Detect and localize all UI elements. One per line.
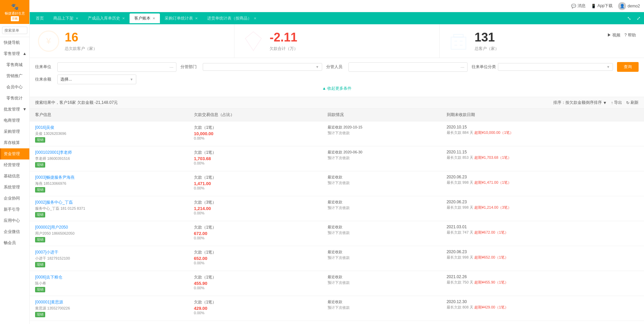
sidebar-item-system[interactable]: 系统管理: [0, 182, 29, 193]
sidebar-item-operations[interactable]: 经营管理: [0, 159, 29, 171]
sidebar-item-finance[interactable]: 资金管理: [0, 148, 29, 159]
refresh-btn[interactable]: ↻ 刷新: [626, 100, 639, 106]
sidebar-item-member[interactable]: 会员中心: [0, 82, 29, 93]
sidebar-item-retail-stats[interactable]: 零售统计: [0, 93, 29, 104]
stat-total-debt-value: -2.11: [270, 30, 431, 45]
sidebar-item-basic-info[interactable]: 基础信息: [0, 171, 29, 182]
sidebar-search-input[interactable]: [2, 27, 27, 34]
refresh-label: 刷新: [631, 100, 639, 106]
table-row: [0007]小进干 小进干 18279152100 现销 欠款（1笔） 652.…: [30, 246, 644, 271]
overdue-link-2[interactable]: 超期¥1,471.00（1笔）: [474, 180, 511, 184]
refresh-icon: ↻: [626, 100, 629, 105]
filter-row-1: 往来单位 ··· 分管部门 ▼ 分管人员 ··· 往来单位分类: [35, 62, 639, 72]
cell-debt-6: 欠款（1笔） 455.90 0.00%: [189, 271, 322, 296]
tab-purchase-goods-stats[interactable]: 进货单统计表（按商品） ✕: [202, 13, 261, 23]
overdue-info-6: 最长欠款 750 天 超期¥455.90（1笔）: [447, 280, 639, 285]
tab-production-history[interactable]: 产成品入库单历史 ✕: [83, 13, 130, 23]
sidebar-item-inventory[interactable]: 库存核算: [0, 137, 29, 148]
search-button[interactable]: 查询: [617, 62, 639, 72]
tab-production-history-close[interactable]: ✕: [122, 17, 125, 20]
tabs-minimize[interactable]: ⤡: [625, 15, 633, 22]
overdue-link-3[interactable]: 超期¥1,214.00（3笔）: [474, 205, 511, 209]
sidebar-item-retail-mgmt[interactable]: 零售管理▲: [0, 48, 29, 59]
overdue-link-5[interactable]: 超期¥652.00（1笔）: [474, 255, 508, 259]
sidebar-item-purchase-mgmt[interactable]: 采购管理: [0, 126, 29, 137]
sort-label[interactable]: 排序：按欠款金额倒序排序 ▼: [553, 100, 607, 106]
app-title: 畅捷通好生意: [1, 11, 28, 16]
debt-amount-5[interactable]: 652.00: [194, 256, 317, 261]
filter-select-balance[interactable]: 选择... ▼: [57, 75, 136, 84]
sidebar-item-quick-nav[interactable]: 快捷导航: [0, 37, 29, 48]
sidebar-item-ecommerce[interactable]: 电商管理: [0, 115, 29, 126]
cell-customer-3: [0002]服务中心_丁磊 服务中心_丁磊 181 0125 8371 现销: [30, 196, 189, 221]
message-btn[interactable]: 💬 消息: [571, 3, 586, 9]
message-label: 消息: [578, 3, 586, 9]
tab-production-history-label: 产成品入库单历史: [88, 16, 120, 21]
user-avatar-area[interactable]: 👤 demo2: [618, 2, 640, 10]
customer-name-link-6[interactable]: [0006]去下粮仓: [35, 275, 62, 279]
sidebar-item-collab[interactable]: 企业协同: [0, 193, 29, 204]
debt-amount-4[interactable]: 672.00: [194, 231, 317, 236]
col-recovery: 回款情况: [322, 109, 441, 121]
debt-amount-6[interactable]: 455.90: [194, 281, 317, 286]
export-btn[interactable]: ↑ 导出: [611, 100, 622, 106]
overdue-link-7[interactable]: 超期¥429.00（1笔）: [474, 305, 508, 309]
stat-debt-customers: ¥ 16 总欠款客户（家）: [30, 24, 234, 58]
cell-recovery-6: 最近收款 预计下次收款: [322, 271, 441, 296]
filter-group-category: 往来单位分类 ▼: [472, 63, 613, 71]
filter-label-category: 往来单位分类: [472, 64, 496, 70]
filter-input-person[interactable]: ···: [348, 62, 468, 72]
recover-next-0: 预计下次收款: [328, 130, 436, 136]
overdue-link-0[interactable]: 超期¥10,000.00（1笔）: [474, 130, 513, 135]
tab-product-listing[interactable]: 商品上下架 ✕: [49, 13, 83, 23]
collapse-btn[interactable]: ▲ 收起更多条件: [35, 84, 639, 93]
filter-input-unit[interactable]: ···: [57, 62, 176, 72]
tabs-maximize[interactable]: ⤢: [635, 15, 643, 22]
tab-customer-ledger[interactable]: 客户账本 ✕: [130, 13, 160, 23]
video-btn[interactable]: ▶ 视频: [607, 32, 620, 38]
sidebar-item-app-center[interactable]: 应用中心: [0, 215, 29, 226]
filter-select-category[interactable]: ▼: [498, 63, 613, 71]
sidebar-item-wholesale-mgmt[interactable]: 批发管理▼: [0, 104, 29, 115]
tab-product-listing-close[interactable]: ✕: [76, 17, 78, 20]
overdue-link-1[interactable]: 超期¥1,703.68（1笔）: [474, 155, 511, 159]
debt-amount-7[interactable]: 429.00: [194, 306, 317, 311]
customer-name-link-4[interactable]: [000002]用户2050: [35, 225, 68, 230]
customer-name-link-2[interactable]: [0003]畅捷服务尹海燕: [35, 175, 75, 180]
tab-purchase-stats[interactable]: 采购订单统计表 ✕: [160, 13, 202, 23]
customer-tag-0: 现销: [35, 137, 45, 143]
cell-debt-4: 欠款（1笔） 672.00 0.00%: [189, 221, 322, 246]
overdue-link-4[interactable]: 超期¥672.00（1笔）: [474, 230, 508, 234]
help-btn[interactable]: ? 帮助: [624, 32, 636, 38]
filter-area: 往来单位 ··· 分管部门 ▼ 分管人员 ··· 往来单位分类: [30, 58, 644, 97]
debt-amount-3[interactable]: 1,214.00: [194, 206, 317, 211]
cell-debt-3: 欠款（3笔） 1,214.00 0.00%: [189, 196, 322, 221]
customer-name-link-7[interactable]: [000001]黄思源: [35, 300, 63, 304]
tab-purchase-goods-stats-close[interactable]: ✕: [254, 17, 256, 20]
customer-contact-0: 吴俊 13026203696: [35, 131, 183, 136]
sidebar-item-marketing[interactable]: 营销推广: [0, 70, 29, 82]
debt-amount-2[interactable]: 1,471.00: [194, 181, 317, 186]
customer-name-link-0[interactable]: [0016]吴俊: [35, 125, 54, 130]
filter-label-balance: 往来余额: [35, 77, 55, 82]
sidebar-item-retail-store[interactable]: 零售商城: [0, 59, 29, 70]
tab-purchase-stats-close[interactable]: ✕: [195, 17, 198, 20]
recover-next-1: 预计下次收款: [328, 155, 436, 160]
tab-home[interactable]: 首页: [31, 13, 49, 23]
filter-select-dept[interactable]: ▼: [203, 63, 322, 71]
customer-name-link-5[interactable]: [0007]小进干: [35, 250, 58, 255]
cell-customer-0: [0016]吴俊 吴俊 13026203696 现销: [30, 121, 189, 146]
overdue-link-6[interactable]: 超期¥455.90（1笔）: [474, 280, 508, 284]
customer-name-link-1[interactable]: [0001020001]李老师: [35, 150, 72, 155]
customer-tag-4: 现销: [35, 237, 45, 242]
debt-amount-1[interactable]: 1,703.68: [194, 156, 317, 161]
sidebar-item-guide[interactable]: 新手引导: [0, 204, 29, 215]
cell-recovery-4: 最近收款 预计下次收款: [322, 221, 441, 246]
customer-name-link-3[interactable]: [0002]服务中心_丁磊: [35, 200, 73, 205]
sidebar-item-member-plus[interactable]: 畅会员: [0, 237, 29, 248]
sidebar-item-wechat[interactable]: 企业微信: [0, 226, 29, 237]
col-debt-info: 欠款交易信息（占比）: [189, 109, 322, 121]
app-download-btn[interactable]: 📱 App下载: [591, 3, 613, 9]
tab-customer-ledger-close[interactable]: ✕: [152, 17, 155, 20]
debt-amount-0[interactable]: 10,000.00: [194, 131, 317, 136]
